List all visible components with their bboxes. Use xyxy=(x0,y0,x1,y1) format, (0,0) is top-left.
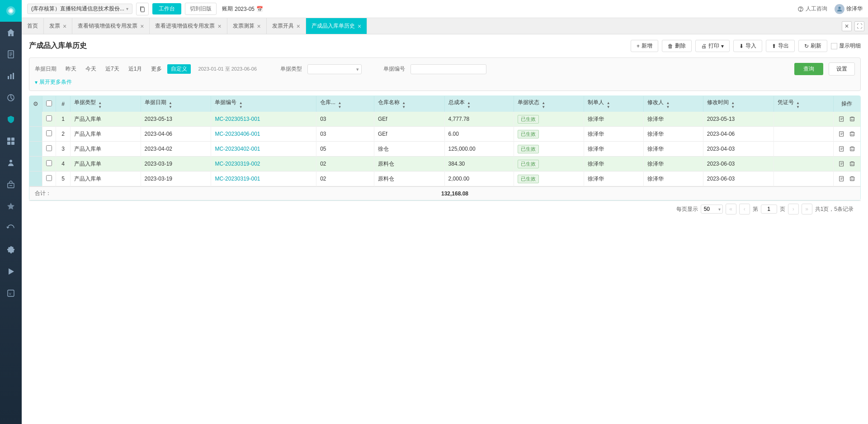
number-link-0[interactable]: MC-20230513-001 xyxy=(215,116,260,122)
delete-button[interactable]: 🗑 删除 xyxy=(662,40,692,52)
th-modifier[interactable]: 修改人 ▲▼ xyxy=(644,96,703,112)
edit-icon-1[interactable] xyxy=(837,129,846,138)
date-btn-1month[interactable]: 近1月 xyxy=(125,64,146,74)
edit-icon-3[interactable] xyxy=(837,159,846,168)
tab-fullscreen-btn[interactable]: ⛶ xyxy=(854,21,864,31)
tab-invoice-calc-close[interactable]: × xyxy=(257,23,261,29)
td-number-3[interactable]: MC-20230319-002 xyxy=(211,157,316,172)
tab-purchase-vat[interactable]: 查看进项增值税专用发票 × xyxy=(150,18,227,34)
number-link-1[interactable]: MC-20230406-001 xyxy=(215,131,260,137)
sidebar-item-star[interactable] xyxy=(0,195,22,217)
delete-icon-0[interactable] xyxy=(848,114,857,124)
sidebar-item-document[interactable] xyxy=(0,43,22,65)
tab-invoice-issue[interactable]: 发票开具 × xyxy=(267,18,306,34)
row-checkbox-1[interactable] xyxy=(46,130,52,136)
row-checkbox-2[interactable] xyxy=(46,145,52,151)
sidebar-item-shield[interactable] xyxy=(0,109,22,130)
prev-page-btn[interactable]: ‹ xyxy=(739,204,750,214)
td-number-0[interactable]: MC-20230513-001 xyxy=(211,112,316,127)
row-checkbox-4[interactable] xyxy=(46,175,52,181)
column-settings-btn[interactable]: ⚙ xyxy=(33,100,38,107)
first-page-btn[interactable]: « xyxy=(726,204,736,214)
th-warehouse-name[interactable]: 仓库名称 ▲▼ xyxy=(374,96,444,112)
sidebar-item-settings[interactable] xyxy=(0,239,22,261)
next-page-btn[interactable]: › xyxy=(788,204,799,214)
show-detail-checkbox[interactable] xyxy=(831,43,837,49)
delete-icon-4[interactable] xyxy=(848,174,857,183)
th-warehouse-code[interactable]: 仓库... ▲▼ xyxy=(316,96,374,112)
new-button[interactable]: + 新增 xyxy=(631,40,658,52)
import-button[interactable]: ⬇ 导入 xyxy=(733,40,762,52)
date-btn-today[interactable]: 今天 xyxy=(82,64,100,74)
date-btn-more[interactable]: 更多 xyxy=(147,64,165,74)
number-filter-input[interactable] xyxy=(410,64,486,74)
tab-purchase-vat-close[interactable]: × xyxy=(217,23,221,29)
sidebar-item-version[interactable]: V xyxy=(0,282,22,304)
edit-icon-0[interactable] xyxy=(837,114,846,124)
tab-sales-vat-close[interactable]: × xyxy=(140,23,144,29)
td-check-4[interactable] xyxy=(42,172,56,186)
sidebar-item-box[interactable] xyxy=(0,174,22,195)
td-number-4[interactable]: MC-20230319-001 xyxy=(211,172,316,186)
td-check-1[interactable] xyxy=(42,127,56,142)
expand-more-conditions[interactable]: ▾ 展开更多条件 xyxy=(35,78,855,86)
td-check-0[interactable] xyxy=(42,112,56,127)
print-button[interactable]: 🖨 打印 ▾ xyxy=(695,40,730,52)
tab-invoice-issue-close[interactable]: × xyxy=(297,23,300,29)
td-check-3[interactable] xyxy=(42,157,56,172)
tab-home[interactable]: 首页 xyxy=(22,18,44,34)
tab-close-all-btn[interactable]: ✕ xyxy=(842,21,852,31)
show-detail-toggle[interactable]: 显示明细 xyxy=(831,42,861,50)
sidebar-item-analytics[interactable] xyxy=(0,87,22,109)
support-button[interactable]: 人工咨询 xyxy=(797,5,827,13)
th-creator[interactable]: 制单人 ▲▼ xyxy=(584,96,644,112)
sidebar-item-chart[interactable] xyxy=(0,65,22,87)
date-btn-yesterday[interactable]: 昨天 xyxy=(62,64,80,74)
sidebar-item-play[interactable] xyxy=(0,261,22,282)
th-voucher[interactable]: 凭证号 ▲▼ xyxy=(774,96,833,112)
edit-icon-4[interactable] xyxy=(837,174,846,183)
number-link-4[interactable]: MC-20230319-001 xyxy=(215,176,260,182)
sidebar-item-grid[interactable] xyxy=(0,130,22,152)
history-version-button[interactable]: 切到旧版 xyxy=(185,3,217,15)
company-selector[interactable]: (库存核算）直播轻纯通信息技术股份... ▾ xyxy=(27,4,132,14)
sidebar-item-people[interactable] xyxy=(0,152,22,174)
tab-invoice[interactable]: 发票 × xyxy=(44,18,72,34)
th-settings[interactable]: ⚙ xyxy=(29,96,42,112)
per-page-select[interactable]: 20 50 100 xyxy=(701,205,723,214)
th-status[interactable]: 单据状态 ▲▼ xyxy=(514,96,584,112)
tab-invoice-calc[interactable]: 发票测算 × xyxy=(227,18,267,34)
user-menu[interactable]: 徐泽华 xyxy=(835,4,863,14)
current-page-input[interactable] xyxy=(761,205,777,214)
tab-sales-vat[interactable]: 查看销项增值税专用发票 × xyxy=(72,18,150,34)
date-btn-7days[interactable]: 近7天 xyxy=(102,64,123,74)
export-button[interactable]: ⬆ 导出 xyxy=(766,40,795,52)
th-date[interactable]: 单据日期 ▲▼ xyxy=(141,96,211,112)
th-number[interactable]: 单据编号 ▲▼ xyxy=(211,96,316,112)
sidebar-item-refresh[interactable] xyxy=(0,217,22,239)
edit-icon-2[interactable] xyxy=(837,144,846,153)
row-checkbox-0[interactable] xyxy=(46,115,52,121)
th-type[interactable]: 单据类型 ▲▼ xyxy=(71,96,141,112)
sidebar-item-home[interactable] xyxy=(0,22,22,43)
th-total-cost[interactable]: 总成本 ▲▼ xyxy=(444,96,514,112)
tab-invoice-close[interactable]: × xyxy=(63,23,66,29)
delete-icon-2[interactable] xyxy=(848,144,857,153)
refresh-button[interactable]: ↻ 刷新 xyxy=(798,40,827,52)
calendar-icon[interactable]: 📅 xyxy=(256,6,263,12)
th-checkbox[interactable] xyxy=(42,96,56,112)
number-link-2[interactable]: MC-20230402-001 xyxy=(215,146,260,152)
last-page-btn[interactable]: » xyxy=(802,204,812,214)
copy-icon-btn[interactable] xyxy=(136,3,149,15)
number-link-3[interactable]: MC-20230319-002 xyxy=(215,161,260,167)
type-select[interactable] xyxy=(307,64,362,74)
tab-product-history-close[interactable]: × xyxy=(358,23,361,29)
td-number-2[interactable]: MC-20230402-001 xyxy=(211,142,316,157)
delete-icon-1[interactable] xyxy=(848,129,857,138)
th-modify-time[interactable]: 修改时间 ▲▼ xyxy=(703,96,774,112)
row-checkbox-3[interactable] xyxy=(46,160,52,166)
workbench-button[interactable]: 工作台 xyxy=(152,3,181,14)
td-number-1[interactable]: MC-20230406-001 xyxy=(211,127,316,142)
td-check-2[interactable] xyxy=(42,142,56,157)
date-btn-custom[interactable]: 自定义 xyxy=(167,64,191,74)
